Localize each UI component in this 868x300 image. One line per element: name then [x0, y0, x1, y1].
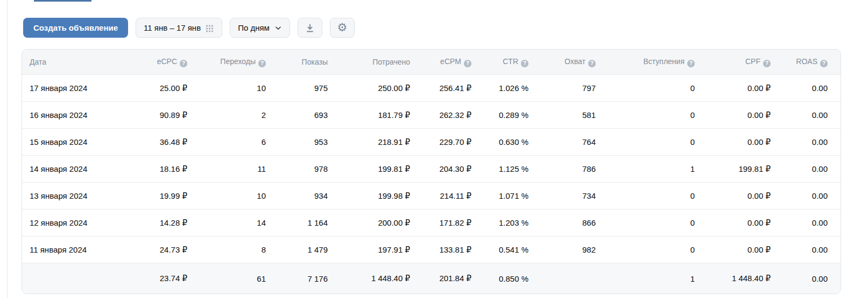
table-cell: 61	[187, 263, 266, 294]
table-cell: 0.630 %	[471, 129, 528, 156]
column-header-joins[interactable]: Вступления?	[596, 50, 695, 75]
table-cell	[528, 263, 596, 294]
table-cell: 2	[187, 102, 266, 129]
left-divider	[7, 0, 8, 298]
column-header-reach[interactable]: Охват?	[528, 50, 596, 75]
table-cell: 0.00	[771, 210, 841, 236]
table-cell: 14.28 ₽	[135, 210, 187, 236]
table-cell: 24.73 ₽	[135, 236, 187, 263]
column-label: ROAS	[796, 57, 817, 66]
table-cell: 0.00	[771, 75, 841, 102]
table-cell: 1 448.40 ₽	[328, 263, 410, 294]
statistics-table: ДатаeCPC?Переходы?ПоказыПотраченоeCPM?CT…	[22, 49, 841, 294]
table-cell: 8	[187, 236, 266, 263]
table-cell: 12 января 2024	[22, 210, 135, 236]
question-circle-icon[interactable]: ?	[464, 60, 471, 67]
column-header-roas[interactable]: ROAS?	[771, 50, 841, 75]
table-cell: 90.89 ₽	[135, 102, 187, 129]
column-header-ctr[interactable]: CTR?	[471, 50, 528, 75]
table-cell: 0	[596, 75, 695, 102]
table-cell: 975	[266, 75, 328, 102]
table-row: 17 января 202425.00 ₽10975250.00 ₽256.41…	[22, 75, 841, 102]
question-circle-icon[interactable]: ?	[687, 60, 695, 67]
group-by-label: По дням	[238, 23, 270, 32]
table-cell: 36.48 ₽	[135, 129, 187, 156]
totals-row: 23.74 ₽617 1761 448.40 ₽201.84 ₽0.850 %1…	[22, 263, 841, 294]
column-label: CPF	[745, 57, 760, 66]
table-cell: 10	[187, 183, 266, 210]
settings-button[interactable]: ⚙	[330, 18, 355, 38]
column-header-ecpm[interactable]: eCPM?	[410, 50, 471, 75]
question-circle-icon[interactable]: ?	[180, 60, 187, 67]
table-cell: 934	[266, 183, 328, 210]
table-cell: 0.00	[771, 129, 841, 156]
table-cell: 953	[266, 129, 328, 156]
table-cell: 0.00 ₽	[695, 210, 771, 236]
table-cell: 581	[528, 102, 596, 129]
column-label: CTR	[503, 57, 518, 66]
table-cell: 0	[596, 129, 695, 156]
group-by-dropdown[interactable]: По дням	[230, 18, 290, 38]
create-ad-button[interactable]: Создать объявление	[23, 18, 128, 38]
statistics-table-grid: ДатаeCPC?Переходы?ПоказыПотраченоeCPM?CT…	[22, 50, 841, 294]
table-cell	[22, 263, 135, 294]
active-tab-indicator	[34, 0, 91, 2]
table-cell: 200.00 ₽	[328, 210, 410, 236]
table-cell: 0.541 %	[471, 236, 528, 263]
table-cell: 1	[596, 263, 695, 294]
column-label: Дата	[30, 58, 46, 66]
question-circle-icon[interactable]: ?	[521, 60, 528, 67]
table-cell: 978	[266, 156, 328, 183]
table-cell: 11 января 2024	[22, 236, 135, 263]
table-cell: 229.70 ₽	[410, 129, 471, 156]
table-cell: 13 января 2024	[22, 183, 135, 210]
table-cell: 204.30 ₽	[410, 156, 471, 183]
header-row: ДатаeCPC?Переходы?ПоказыПотраченоeCPM?CT…	[22, 50, 841, 75]
table-cell: 0.00 ₽	[695, 102, 771, 129]
column-header-clicks[interactable]: Переходы?	[187, 50, 266, 75]
table-cell: 7 176	[266, 263, 328, 294]
table-cell: 6	[187, 129, 266, 156]
download-icon	[305, 23, 315, 33]
column-header-spent[interactable]: Потрачено	[328, 50, 410, 75]
table-cell: 14	[187, 210, 266, 236]
table-cell: 0.00 ₽	[695, 75, 771, 102]
table-cell: 214.11 ₽	[410, 183, 471, 210]
table-cell: 0.00	[771, 102, 841, 129]
question-circle-icon[interactable]: ?	[588, 60, 596, 67]
table-cell: 10	[187, 75, 266, 102]
table-cell: 19.99 ₽	[135, 183, 187, 210]
column-label: Охват	[564, 57, 585, 66]
table-cell: 693	[266, 102, 328, 129]
table-cell: 1 448.40 ₽	[695, 263, 771, 294]
table-cell: 0.00	[771, 236, 841, 263]
table-cell: 734	[528, 183, 596, 210]
question-circle-icon[interactable]: ?	[820, 60, 828, 67]
table-cell: 1 479	[266, 236, 328, 263]
table-cell: 1.125 %	[471, 156, 528, 183]
ads-statistics-page: Создать объявление 11 янв – 17 янв По дн…	[0, 0, 868, 300]
column-header-impressions[interactable]: Показы	[266, 50, 328, 75]
export-button[interactable]	[298, 18, 322, 38]
table-cell: 18.16 ₽	[135, 156, 187, 183]
question-circle-icon[interactable]: ?	[258, 60, 266, 67]
table-cell: 218.91 ₽	[328, 129, 410, 156]
column-label: Переходы	[220, 57, 256, 66]
column-header-date[interactable]: Дата	[22, 50, 135, 75]
column-label: eCPM	[440, 57, 461, 66]
table-cell: 0	[596, 102, 695, 129]
table-cell: 1.071 %	[471, 183, 528, 210]
date-range-picker[interactable]: 11 янв – 17 янв	[136, 18, 222, 38]
table-row: 13 января 202419.99 ₽10934199.98 ₽214.11…	[22, 183, 841, 210]
table-cell: 15 января 2024	[22, 129, 135, 156]
table-cell: 1.203 %	[471, 210, 528, 236]
table-cell: 1.026 %	[471, 75, 528, 102]
column-label: Потрачено	[372, 58, 410, 66]
table-row: 12 января 202414.28 ₽141 164200.00 ₽171.…	[22, 210, 841, 236]
question-circle-icon[interactable]: ?	[763, 60, 771, 67]
table-cell: 786	[528, 156, 596, 183]
table-cell: 133.81 ₽	[410, 236, 471, 263]
column-header-ecpc[interactable]: eCPC?	[135, 50, 187, 75]
table-cell: 171.82 ₽	[410, 210, 471, 236]
column-header-cpf[interactable]: CPF?	[695, 50, 771, 75]
